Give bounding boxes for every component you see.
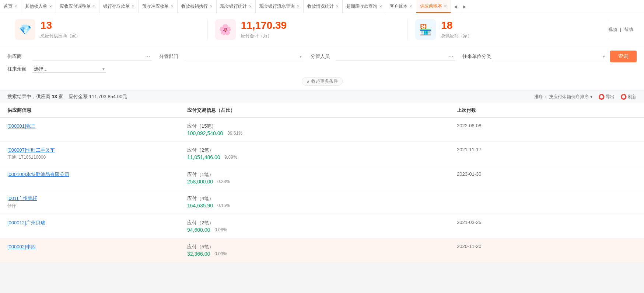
nav-next-button[interactable]: ▶ bbox=[460, 0, 469, 13]
supplier-dots-icon[interactable]: ··· bbox=[145, 53, 150, 60]
export-button[interactable]: ⭕ 导出 bbox=[598, 94, 615, 100]
last-pay-1: 2022-08-08 bbox=[457, 123, 482, 128]
supplier-link-6[interactable]: [000002]李四 bbox=[7, 244, 36, 249]
tx-amount-row-5: 94,600.00 0.08% bbox=[187, 227, 457, 233]
supplier-link-2[interactable]: [000007]恒旺二手叉车 bbox=[7, 147, 55, 153]
sort-value: 按应付余额倒序排序 bbox=[549, 94, 589, 100]
tx-amount-1[interactable]: 100,092,540.00 bbox=[187, 130, 223, 136]
tx-label-6: 应付（5笔） bbox=[187, 244, 457, 250]
query-button[interactable]: 查询 bbox=[610, 51, 637, 62]
tx-amount-5[interactable]: 94,600.00 bbox=[187, 227, 210, 233]
result-amount-label: 应付金额 bbox=[69, 94, 88, 99]
col-header-supplier: 供应商信息 bbox=[7, 107, 187, 114]
person-input-wrap: ··· bbox=[336, 52, 455, 61]
person-input[interactable] bbox=[337, 54, 448, 59]
nav-tab-other-income[interactable]: 其他收入单 ✕ bbox=[21, 0, 56, 13]
nav-tab-bank-deposit[interactable]: 银行存取款单 ✕ bbox=[99, 0, 139, 13]
tx-label-1: 应付（15笔） bbox=[187, 123, 457, 130]
tx-cell-4: 应付（4笔） 164,635.90 0.15% bbox=[187, 195, 457, 208]
nav-tab-ar-ap-adjust[interactable]: 应收应付调整单 ✕ bbox=[56, 0, 99, 13]
supplier-link-4[interactable]: [001]广州荣轩 bbox=[7, 196, 37, 201]
close-tab-bank-deposit[interactable]: ✕ bbox=[132, 4, 134, 8]
tx-amount-4[interactable]: 164,635.90 bbox=[187, 203, 213, 208]
close-tab-overdue-ar[interactable]: ✕ bbox=[379, 4, 382, 8]
dept-chevron-icon: ▾ bbox=[300, 54, 302, 59]
tx-amount-2[interactable]: 11,051,486.00 bbox=[187, 154, 220, 160]
close-tab-collection-stat[interactable]: ✕ bbox=[336, 4, 339, 8]
supplier-cell-3: [000100]本特勤油品有限公司 bbox=[7, 171, 187, 178]
tx-amount-6[interactable]: 32,366.00 bbox=[187, 251, 210, 257]
stat-label-2: 应付合计（万） bbox=[241, 33, 287, 39]
person-dots-icon[interactable]: ··· bbox=[448, 53, 453, 60]
supplier-link-5[interactable]: [000012]广州贝瑞 bbox=[7, 220, 45, 225]
nav-tab-collection-stat[interactable]: 收款情况统计 ✕ bbox=[304, 0, 343, 13]
supplier-link-1[interactable]: [000001]张三 bbox=[7, 123, 36, 129]
tx-pct-3: 0.23% bbox=[217, 179, 230, 184]
stat-icon-2: 🌸 bbox=[215, 19, 236, 40]
video-link[interactable]: 视频 bbox=[608, 27, 617, 33]
filter-row-1: 供应商 ··· 分管部门 ▾ 分管人员 ··· 往来单位分类 bbox=[7, 51, 637, 62]
filter-item-supplier: 供应商 ··· bbox=[7, 52, 152, 61]
filter-item-category: 往来单位分类 ▾ bbox=[462, 53, 607, 60]
table-row: [000007]恒旺二手叉车 王通 17106110000 应付（2笔） 11,… bbox=[0, 142, 644, 166]
table-row: [000012]广州贝瑞 应付（2笔） 94,600.00 0.08% 2021… bbox=[0, 214, 644, 238]
table-row: [000001]张三 应付（15笔） 100,092,540.00 89.61%… bbox=[0, 118, 644, 142]
nav-tab-supplier-ledger[interactable]: 供应商账本 ✕ bbox=[416, 0, 451, 13]
nav-tab-home[interactable]: 首页 ✕ bbox=[0, 0, 21, 13]
stat-info-3: 18 总供应商（家） bbox=[441, 20, 472, 39]
dept-filter-label: 分管部门 bbox=[159, 53, 181, 60]
tx-pct-6: 0.03% bbox=[214, 251, 227, 256]
filter-row-2: 往来余额 选择... ▾ bbox=[7, 65, 637, 73]
last-pay-5: 2021-03-25 bbox=[457, 220, 482, 225]
close-tab-ar-ap-adjust[interactable]: ✕ bbox=[92, 4, 95, 8]
nav-tab-collection-verify[interactable]: 收款核销执行 ✕ bbox=[178, 0, 217, 13]
nav-tab-overdue-ar[interactable]: 超期应收款查询 ✕ bbox=[343, 0, 386, 13]
tx-amount-3[interactable]: 258,000.00 bbox=[187, 179, 213, 185]
supplier-link-3[interactable]: [000100]本特勤油品有限公司 bbox=[7, 172, 69, 177]
supplier-sub-2: 王通 17106110000 bbox=[7, 154, 187, 161]
refresh-button[interactable]: ⭕ 刷新 bbox=[620, 94, 637, 100]
nav-tab-cash-bank-query[interactable]: 现金银行流水查询 ✕ bbox=[256, 0, 304, 13]
result-supplier-count: 13 bbox=[52, 94, 57, 99]
close-tab-supplier-ledger[interactable]: ✕ bbox=[444, 4, 447, 8]
close-tab-cash-bank-query[interactable]: ✕ bbox=[297, 4, 300, 8]
close-tab-pre-collect[interactable]: ✕ bbox=[171, 4, 174, 8]
collapse-icon: ∧ bbox=[307, 79, 310, 84]
table-row: [000002]李四 应付（5笔） 32,366.00 0.03% 2020-1… bbox=[0, 238, 644, 262]
tx-cell-2: 应付（2笔） 11,051,486.00 9.89% bbox=[187, 147, 457, 160]
table-header: 供应商信息 应付交易信息（占比） 上次付数 bbox=[0, 103, 644, 118]
sort-chevron-icon: ▾ bbox=[590, 94, 592, 99]
refresh-label: 刷新 bbox=[628, 94, 637, 100]
balance-select[interactable]: 选择... bbox=[34, 66, 102, 72]
close-tab-cash-bank-stat[interactable]: ✕ bbox=[249, 4, 252, 8]
stat-label-3: 总供应商（家） bbox=[441, 33, 472, 39]
lastpay-cell-5: 2021-03-25 bbox=[457, 220, 637, 225]
category-chevron-icon: ▾ bbox=[603, 54, 605, 59]
close-tab-customer-ledger[interactable]: ✕ bbox=[409, 4, 412, 8]
supplier-sub-4: 仔仔 bbox=[7, 203, 187, 209]
sort-select[interactable]: 排序： 按应付余额倒序排序 ▾ bbox=[534, 94, 592, 100]
dept-select-wrap: ▾ bbox=[184, 53, 304, 60]
tx-amount-row-6: 32,366.00 0.03% bbox=[187, 251, 457, 257]
close-tab-other-income[interactable]: ✕ bbox=[49, 4, 52, 8]
balance-filter-label: 往来余额 bbox=[7, 66, 29, 72]
nav-tab-customer-ledger[interactable]: 客户账本 ✕ bbox=[386, 0, 416, 13]
supplier-cell-6: [000002]李四 bbox=[7, 244, 187, 250]
close-tab-collection-verify[interactable]: ✕ bbox=[210, 4, 213, 8]
result-amount-value: 111,703,854.00元 bbox=[89, 94, 127, 99]
stat-icon-3: 🏪 bbox=[415, 19, 436, 40]
supplier-input[interactable] bbox=[34, 54, 145, 59]
tx-pct-4: 0.15% bbox=[217, 203, 230, 208]
dept-select[interactable] bbox=[186, 54, 300, 59]
top-navigation: 首页 ✕ 其他收入单 ✕ 应收应付调整单 ✕ 银行存取款单 ✕ 预收冲应收单 ✕… bbox=[0, 0, 644, 13]
export-label: 导出 bbox=[606, 94, 615, 100]
category-select[interactable] bbox=[496, 54, 603, 59]
collapse-button[interactable]: ∧ 收起更多条件 bbox=[302, 77, 343, 86]
nav-tab-pre-collect[interactable]: 预收冲应收单 ✕ bbox=[139, 0, 178, 13]
filter-item-dept: 分管部门 ▾ bbox=[159, 53, 304, 60]
col-header-tx: 应付交易信息（占比） bbox=[187, 107, 457, 114]
nav-tab-cash-bank-stat[interactable]: 现金银行统计 ✕ bbox=[217, 0, 256, 13]
help-link[interactable]: 帮助 bbox=[624, 27, 633, 33]
close-tab-home[interactable]: ✕ bbox=[14, 4, 17, 8]
nav-prev-button[interactable]: ◀ bbox=[451, 0, 460, 13]
